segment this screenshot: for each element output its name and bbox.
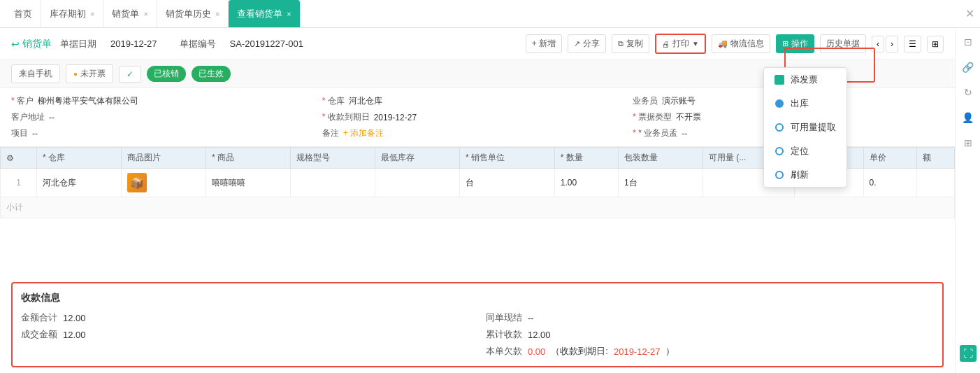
tab-home[interactable]: 首页 [6, 0, 41, 27]
payment-date-value: 2019-12-27 [374, 113, 417, 122]
arrears-value: 0.00 [528, 346, 545, 357]
tab-inventory-start[interactable]: 库存期初 × [41, 0, 103, 27]
payment-grid: 金额合计 12.00 成交金额 12.00 同单现结 -- 累计收款 [21, 311, 934, 358]
row-min-stock [375, 169, 459, 197]
subtotal-label: 小计 [1, 197, 955, 218]
tab-bar: 首页 库存期初 × 销货单 × 销货单历史 × 查看销货单 × ✕ [0, 0, 980, 28]
refresh-item[interactable]: 刷新 [764, 163, 846, 187]
doc-icon: ↩ 销货单 [11, 38, 52, 50]
warehouse-label: 仓库 [322, 95, 345, 107]
sidebar-icon-4[interactable]: 👤 [960, 109, 977, 126]
address-field: 客户地址 -- [11, 111, 322, 123]
operate-button[interactable]: ⊞ 操作 [776, 34, 814, 53]
customer-label: 客户 [11, 95, 34, 107]
col-product: * 商品 [206, 148, 291, 169]
sales-person-value: -- [682, 129, 687, 139]
outbound-icon [774, 98, 785, 109]
tab-close-history[interactable]: × [215, 10, 219, 18]
row-product: 嘻嘻嘻嘻 [206, 169, 291, 197]
ticket-type-label: 票据类型 [633, 111, 672, 123]
cumulative-row: 累计收款 12.00 [486, 328, 934, 341]
operate-dropdown: 添发票 出库 可用量提取 定位 刷新 [763, 67, 847, 188]
tab-sales-history[interactable]: 销货单历史 × [157, 0, 229, 27]
subtotal-row: 小计 [1, 197, 955, 218]
grid-view-button[interactable]: ☰ [904, 36, 921, 52]
prev-button[interactable]: ‹ [872, 36, 884, 52]
available-qty-icon [774, 122, 785, 133]
sidebar-icon-2[interactable]: 🔗 [960, 59, 977, 76]
col-settings[interactable]: ⚙ [1, 148, 37, 169]
cumulative-label: 累计收款 [486, 328, 522, 341]
expand-icon[interactable]: ⛶ [960, 345, 977, 362]
tab-view-sales[interactable]: 查看销货单 × [229, 0, 300, 27]
next-button[interactable]: › [886, 36, 898, 52]
no-value: SA-20191227-001 [230, 38, 304, 49]
tab-close-sales[interactable]: × [143, 10, 147, 18]
check-confirm-button[interactable]: ✓ [119, 66, 141, 83]
row-amount [916, 169, 954, 197]
arrears-close: ） [665, 345, 675, 358]
logistics-button[interactable]: 🚚 物流信息 [712, 34, 770, 53]
tab-close-view-sales[interactable]: × [287, 10, 291, 18]
col-unit-price: 单价 [863, 148, 916, 169]
customer-field: 客户 柳州粤港平安气体有限公司 [11, 95, 322, 107]
sidebar-icon-1[interactable]: ⊡ [960, 34, 977, 50]
staff-value: 演示账号 [662, 95, 696, 107]
tab-sales-order[interactable]: 销货单 × [103, 0, 157, 27]
product-image: 📦 [127, 173, 147, 192]
total-value: 12.00 [63, 313, 86, 323]
locate-icon [774, 146, 785, 157]
payment-title: 收款信息 [21, 292, 934, 304]
col-min-stock: 最低库存 [375, 148, 459, 169]
project-value: -- [32, 129, 38, 139]
staff-label: 业务员 [633, 95, 658, 107]
cumulative-value: 12.00 [528, 330, 551, 340]
add-invoice-item[interactable]: 添发票 [764, 68, 846, 92]
warehouse-field: 仓库 河北仓库 [322, 95, 633, 107]
sidebar-icon-3[interactable]: ↻ [960, 84, 977, 101]
row-warehouse: 河北仓库 [37, 169, 122, 197]
effective-badge: 已生效 [192, 66, 231, 82]
col-pack-qty: 包装数量 [619, 148, 703, 169]
project-label: 项目 [11, 127, 28, 139]
refresh-icon [774, 169, 785, 181]
payment-section: 收款信息 金额合计 12.00 成交金额 12.00 同单现结 -- [11, 282, 944, 367]
available-qty-item[interactable]: 可用量提取 [764, 115, 846, 139]
arrears-note: （收款到期日: [551, 345, 608, 358]
from-phone-button[interactable]: 来自手机 [11, 64, 60, 83]
row-qty: 1.00 [554, 169, 618, 197]
row-num: 1 [1, 169, 37, 197]
row-model [291, 169, 375, 197]
row-product-img: 📦 [122, 169, 206, 197]
add-invoice-icon [774, 74, 785, 85]
checked-badge: 已核销 [147, 66, 186, 82]
row-pack-qty: 1台 [619, 169, 703, 197]
history-button[interactable]: 历史单据 [820, 34, 866, 53]
close-all-tabs[interactable]: ✕ [965, 7, 974, 20]
ticket-type-value: 不开票 [676, 111, 701, 123]
locate-item[interactable]: 定位 [764, 139, 846, 163]
right-sidebar: ⊡ 🔗 ↻ 👤 ⊞ ⛶ [955, 28, 980, 373]
sidebar-icon-5[interactable]: ⊞ [960, 134, 977, 151]
add-note-button[interactable]: + 添加备注 [343, 127, 384, 139]
tab-close-inventory[interactable]: × [90, 10, 94, 18]
grid-view2-button[interactable]: ⊞ [927, 36, 944, 52]
payment-date-field: 收款到期日 2019-12-27 [322, 111, 633, 123]
arrears-date: 2019-12-27 [614, 346, 661, 357]
total-amount-row: 金额合计 12.00 [21, 311, 469, 324]
print-button[interactable]: 🖨 打印 ▼ [655, 34, 706, 54]
share-button[interactable]: ↗ 分享 [568, 34, 606, 53]
date-value: 2019-12-27 [110, 38, 157, 49]
note-field: 备注 + 添加备注 [322, 127, 633, 139]
total-label: 金额合计 [21, 311, 57, 324]
copy-button[interactable]: ⧉ 复制 [612, 34, 649, 53]
col-unit: * 销售单位 [459, 148, 554, 169]
row-unit: 台 [459, 169, 554, 197]
outbound-item[interactable]: 出库 [764, 92, 846, 115]
new-button[interactable]: + 新增 [526, 34, 562, 53]
col-model: 规格型号 [291, 148, 375, 169]
same-order-value: -- [528, 313, 534, 323]
note-label: 备注 [322, 127, 339, 139]
not-open-button[interactable]: ● 未开票 [66, 64, 113, 83]
doc-header: ↩ 销货单 单据日期 2019-12-27 单据编号 SA-20191227-0… [0, 28, 955, 60]
